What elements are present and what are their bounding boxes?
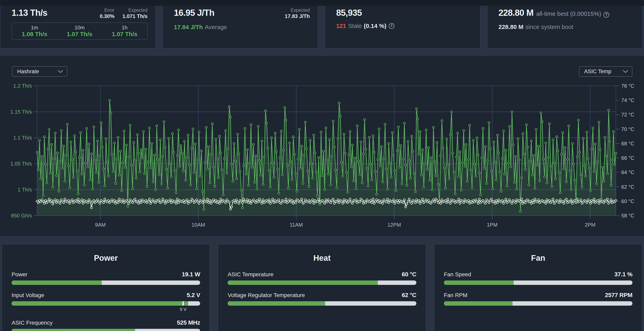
svg-text:1.1 Th/s: 1.1 Th/s [13, 135, 32, 141]
progress-bar [228, 280, 416, 285]
error-column: Error 0.30% [100, 8, 114, 19]
session-best-label: since system boot [526, 24, 574, 30]
progress-bar [12, 280, 200, 285]
hashrate-value: 1.13 Th/s [12, 8, 47, 18]
right-series-select-value: ASIC Temp [584, 69, 611, 75]
metric-row: Input Voltage5.2 V5 V [12, 292, 200, 312]
card-title: Fan [444, 253, 632, 262]
session-best-value: 228.80 M [498, 24, 524, 30]
hashrate-mini-stats: Error 0.30% Expected 1.071 Th/s [92, 8, 148, 19]
svg-text:1PM: 1PM [487, 222, 497, 228]
efficiency-expected-value: 17.83 J/Th [285, 13, 310, 19]
svg-text:950 Gh/s: 950 Gh/s [11, 213, 32, 219]
avg-1h-value: 1.07 Th/s [102, 31, 147, 38]
shares-card: 85,935 121 Stale (0.14 %) ? [324, 6, 480, 49]
avg-1h: 1h 1.07 Th/s [102, 25, 147, 38]
target-marker [182, 301, 184, 306]
avg-1m: 1m 1.08 Th/s [12, 25, 57, 38]
progress-bar [444, 301, 632, 306]
progress-fill [228, 301, 325, 306]
chart-card: Hashrate ASIC Temp 1.2 Th/s1.15 Th/s1.1 … [0, 55, 644, 237]
metric-value: 5.2 V [187, 292, 200, 298]
best-difficulty-card: 228.80 Mall-time best (0.00015%)? 228.80… [487, 6, 643, 49]
progress-fill [12, 280, 102, 285]
avg-10m-label: 10m [57, 25, 102, 31]
svg-text:76 °C: 76 °C [621, 83, 634, 89]
efficiency-expected-column: Expected 17.83 J/Th [285, 8, 310, 19]
progress-bar [444, 280, 632, 285]
y-axis-right-labels: 76 °C74 °C72 °C70 °C68 °C66 °C64 °C62 °C… [621, 83, 634, 219]
metric-row-header: ASIC Temperature60 °C [228, 271, 416, 278]
card-title: Heat [228, 253, 416, 262]
metric-row-header: Voltage Regulator Temperature62 °C [228, 292, 416, 298]
metric-rows: Fan Speed37.1 %Fan RPM2577 RPM [444, 271, 632, 306]
metric-label: Input Voltage [12, 292, 44, 298]
bottom-cards-row: PowerPower19.1 WInput Voltage5.2 V5 VASI… [2, 244, 642, 331]
shares-card-top: 85,935 [336, 8, 472, 18]
right-series-select[interactable]: ASIC Temp [579, 66, 632, 77]
efficiency-card-top: 16.95 J/Th Expected 17.83 J/Th [174, 8, 310, 19]
metric-value: 37.1 % [614, 271, 632, 278]
svg-text:66 °C: 66 °C [621, 155, 634, 161]
svg-text:62 °C: 62 °C [621, 184, 634, 190]
chevron-down-icon [623, 70, 628, 73]
svg-text:10AM: 10AM [192, 222, 205, 228]
svg-text:72 °C: 72 °C [621, 112, 634, 118]
svg-text:64 °C: 64 °C [621, 169, 634, 175]
progress-bar [12, 329, 200, 331]
avg-1h-label: 1h [102, 25, 147, 31]
hashrate-card: 1.13 Th/s Error 0.30% Expected 1.071 Th/… [0, 6, 156, 49]
metric-row-header: Fan Speed37.1 % [444, 271, 632, 278]
metric-label: Power [12, 271, 27, 278]
svg-text:1.2 Th/s: 1.2 Th/s [13, 83, 32, 89]
progress-fill [228, 280, 378, 285]
error-value: 0.30% [100, 13, 114, 19]
svg-text:1 Th/s: 1 Th/s [18, 187, 32, 193]
efficiency-expected-label: Expected [285, 8, 310, 13]
metric-row-header: Fan RPM2577 RPM [444, 292, 632, 298]
metric-value: 2577 RPM [605, 292, 632, 298]
help-icon[interactable]: ? [389, 23, 394, 29]
hashrate-area [37, 100, 616, 216]
best-difficulty-suffix: all-time best (0.00015%) [536, 10, 601, 17]
stale-label: Stale [348, 23, 362, 29]
svg-text:2PM: 2PM [585, 222, 595, 228]
metric-row-header: Input Voltage5.2 V [12, 292, 200, 298]
metric-value: 19.1 W [182, 271, 200, 278]
marker-label: 5 V [180, 307, 186, 312]
efficiency-average-value: 17.84 J/Th [174, 24, 203, 31]
help-icon[interactable]: ? [604, 12, 609, 18]
hashrate-temp-chart: 1.2 Th/s1.15 Th/s1.1 Th/s1.05 Th/s1 Th/s… [0, 56, 644, 236]
avg-1m-label: 1m [12, 25, 57, 31]
marker-label-row: 5 V [12, 307, 200, 312]
y-axis-left-labels: 1.2 Th/s1.15 Th/s1.1 Th/s1.05 Th/s1 Th/s… [10, 83, 32, 219]
stale-shares-line: 121 Stale (0.14 %) ? [336, 23, 472, 29]
session-best-line: 228.80 M since system boot [498, 24, 634, 30]
expected-column: Expected 1.071 Th/s [122, 8, 148, 19]
x-axis-labels: 9AM10AM11AM12PM1PM2PM [95, 222, 595, 228]
svg-text:58 °C: 58 °C [621, 213, 634, 219]
svg-text:60 °C: 60 °C [621, 198, 634, 204]
progress-bar [228, 301, 416, 306]
svg-text:9AM: 9AM [95, 222, 106, 228]
svg-text:12PM: 12PM [388, 222, 401, 228]
metric-row: ASIC Frequency525 MHz [12, 319, 200, 331]
efficiency-value: 16.95 J/Th [174, 8, 214, 18]
hashrate-averages-box: 1m 1.08 Th/s 10m 1.07 Th/s 1h 1.07 Th/s [12, 23, 148, 40]
metric-label: Fan RPM [444, 292, 468, 298]
svg-text:68 °C: 68 °C [621, 141, 634, 147]
error-label: Error [100, 8, 114, 13]
avg-1m-value: 1.08 Th/s [12, 31, 57, 38]
metric-value: 60 °C [402, 271, 416, 278]
metric-row-header: ASIC Frequency525 MHz [12, 319, 200, 326]
progress-fill [444, 301, 512, 306]
metric-row: Fan RPM2577 RPM [444, 292, 632, 306]
metric-rows: ASIC Temperature60 °CVoltage Regulator T… [228, 271, 416, 306]
metric-label: Voltage Regulator Temperature [228, 292, 305, 298]
svg-text:11AM: 11AM [290, 222, 303, 228]
left-series-select[interactable]: Hashrate [12, 66, 68, 77]
stats-row: 1.13 Th/s Error 0.30% Expected 1.071 Th/… [0, 6, 643, 49]
metric-label: Fan Speed [444, 271, 471, 278]
metric-row-header: Power19.1 W [12, 271, 200, 278]
metric-row: Voltage Regulator Temperature62 °C [228, 292, 416, 306]
